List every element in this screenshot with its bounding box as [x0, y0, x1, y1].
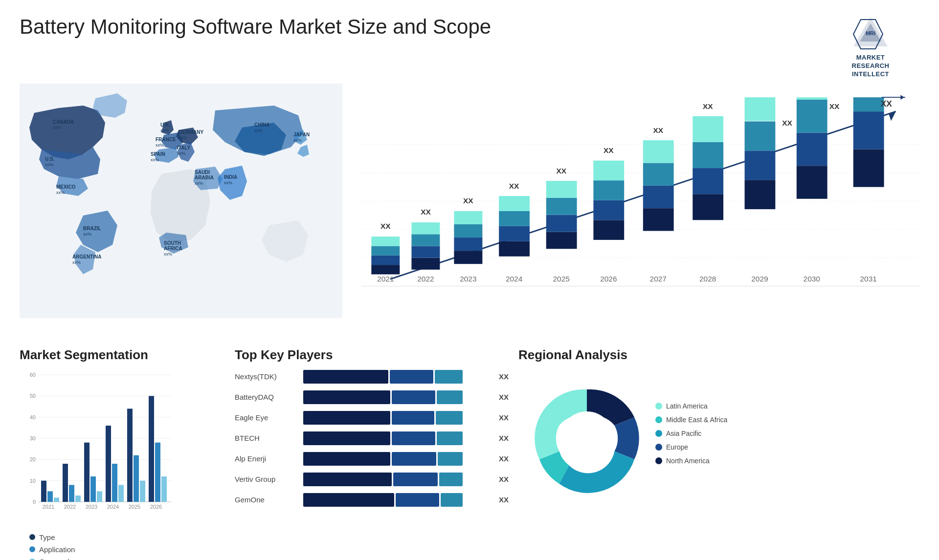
regional-title: Regional Analysis: [518, 347, 919, 363]
svg-text:GERMANY: GERMANY: [179, 129, 203, 135]
svg-rect-126: [41, 480, 46, 501]
player-bar-segment: [392, 411, 434, 425]
svg-rect-48: [371, 237, 400, 246]
svg-rect-94: [745, 151, 776, 180]
svg-text:xx%: xx%: [72, 260, 81, 265]
svg-rect-142: [127, 409, 133, 502]
svg-rect-106: [853, 111, 884, 149]
player-value: XX: [499, 413, 509, 422]
svg-rect-65: [499, 211, 530, 226]
svg-rect-148: [161, 476, 167, 502]
svg-rect-95: [745, 121, 776, 151]
svg-rect-89: [693, 142, 723, 168]
svg-rect-102: [797, 97, 827, 100]
svg-marker-111: [900, 95, 904, 100]
svg-rect-134: [84, 442, 89, 501]
svg-text:MEXICO: MEXICO: [56, 184, 76, 190]
seg-legend-item: Geography: [29, 558, 225, 560]
svg-text:XX: XX: [653, 126, 663, 134]
logo-area: MRI MARKET RESEARCH INTELLECT: [822, 15, 919, 79]
svg-rect-99: [797, 166, 827, 199]
svg-text:2030: 2030: [804, 275, 820, 283]
svg-text:xx%: xx%: [177, 151, 185, 156]
world-map-svg: CANADA xx% U.S. xx% MEXICO xx% BRAZIL xx…: [20, 84, 342, 318]
svg-text:XX: XX: [881, 99, 893, 108]
player-bar-segment: [303, 411, 390, 425]
legend-label: Europe: [666, 443, 688, 451]
svg-rect-136: [97, 491, 102, 502]
legend-dot: [655, 444, 662, 451]
player-row: Alp EnerjiXX: [235, 452, 509, 466]
svg-rect-143: [134, 455, 139, 501]
svg-point-150: [560, 411, 614, 465]
seg-legend-label: Geography: [39, 558, 75, 560]
svg-rect-71: [546, 198, 577, 215]
svg-text:BRAZIL: BRAZIL: [83, 226, 101, 231]
svg-rect-45: [371, 265, 400, 274]
svg-rect-54: [411, 222, 440, 234]
player-name: Nextys(TDK): [235, 372, 298, 381]
svg-text:2022: 2022: [64, 504, 76, 510]
growth-chart-section: 2021 XX 2022 XX 2023 XX 2024 XX: [352, 84, 919, 338]
svg-text:2026: 2026: [600, 275, 617, 283]
player-bar-segment: [392, 452, 436, 466]
svg-text:2031: 2031: [860, 275, 876, 283]
player-value: XX: [499, 475, 509, 483]
player-bar-container: [303, 370, 492, 384]
svg-text:AFRICA: AFRICA: [164, 246, 182, 251]
player-bar-segment: [303, 390, 390, 404]
svg-rect-51: [411, 258, 440, 269]
player-bar-segment: [439, 473, 463, 486]
player-name: BTECH: [235, 434, 298, 442]
player-row: GemOneXX: [235, 493, 509, 507]
svg-text:JAPAN: JAPAN: [293, 132, 310, 137]
svg-text:ARGENTINA: ARGENTINA: [72, 254, 101, 259]
player-bar-segment: [437, 431, 463, 445]
growth-bar-chart: 2021 XX 2022 XX 2023 XX 2024 XX: [362, 84, 919, 338]
regional-content: Latin AmericaMiddle East & AfricaAsia Pa…: [518, 370, 919, 497]
svg-rect-70: [546, 215, 577, 232]
seg-legend-dot: [29, 534, 35, 540]
player-value: XX: [499, 393, 509, 401]
player-name: BatteryDAQ: [235, 393, 298, 401]
svg-text:XX: XX: [604, 146, 614, 154]
player-row: BTECHXX: [235, 431, 509, 445]
svg-text:xx%: xx%: [83, 232, 91, 237]
player-row: BatteryDAQXX: [235, 390, 509, 404]
svg-text:xx%: xx%: [164, 252, 172, 257]
svg-rect-47: [371, 246, 400, 255]
svg-text:U.K.: U.K.: [160, 122, 170, 128]
svg-text:2021: 2021: [377, 275, 394, 283]
svg-rect-59: [454, 224, 482, 237]
legend-dot: [655, 403, 662, 409]
svg-text:XX: XX: [703, 102, 713, 110]
svg-text:CANADA: CANADA: [53, 119, 74, 125]
legend-item: Middle East & Africa: [655, 416, 727, 424]
svg-text:FRANCE: FRANCE: [156, 137, 176, 142]
svg-rect-90: [693, 116, 723, 142]
bottom-content: Market Segmentation010203040506020212022…: [0, 338, 939, 560]
svg-rect-131: [69, 485, 74, 502]
svg-rect-101: [797, 100, 827, 133]
svg-rect-53: [411, 234, 440, 246]
svg-text:xx%: xx%: [293, 138, 302, 143]
svg-text:MRI: MRI: [866, 30, 875, 36]
svg-rect-69: [546, 232, 577, 249]
player-bar-container: [303, 452, 492, 466]
svg-text:2025: 2025: [129, 504, 140, 510]
player-row: Vertiv GroupXX: [235, 473, 509, 486]
seg-legend: TypeApplicationGeography: [29, 533, 225, 560]
legend-dot: [655, 416, 662, 423]
svg-text:xx%: xx%: [179, 135, 187, 140]
svg-text:XX: XX: [380, 221, 391, 230]
svg-rect-57: [454, 251, 482, 264]
player-bar-segment: [303, 493, 394, 507]
svg-rect-132: [75, 495, 81, 502]
player-name: Alp Enerji: [235, 454, 298, 463]
svg-text:2027: 2027: [650, 275, 667, 283]
donut-chart: [518, 370, 655, 507]
svg-text:INDIA: INDIA: [224, 174, 237, 180]
svg-text:2023: 2023: [86, 504, 97, 510]
players-section: Top Key Players Nextys(TDK)XXBatteryDAQX…: [235, 347, 509, 507]
svg-rect-77: [593, 180, 624, 200]
